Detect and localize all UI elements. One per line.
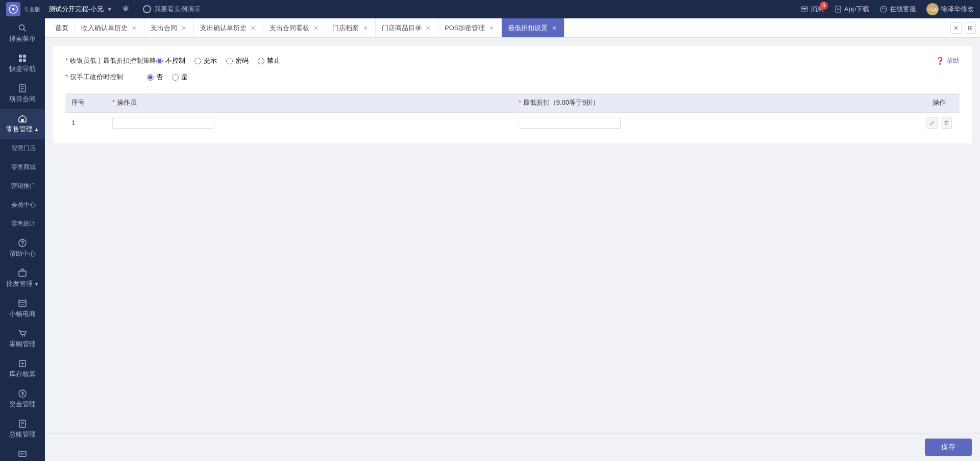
- online-service-btn[interactable]: 在线客服: [879, 5, 916, 14]
- sidebar-label-search: 搜索菜单: [9, 34, 36, 43]
- app-download-btn[interactable]: App下载: [834, 5, 869, 14]
- tab-payment-contract[interactable]: 支出合同 ✕: [144, 18, 194, 38]
- message-btn[interactable]: 消息 8: [800, 5, 824, 14]
- radio-no[interactable]: [147, 74, 154, 81]
- delete-row-btn-1[interactable]: [941, 117, 952, 129]
- sidebar-item-help-center[interactable]: 帮助中心: [0, 233, 45, 263]
- edit-row-btn-1[interactable]: [926, 117, 938, 129]
- th-action: 操作: [919, 93, 960, 112]
- tab-income-confirm[interactable]: 收入确认单历史 ✕: [75, 18, 144, 38]
- sidebar-item-marketing[interactable]: 营销推广: [0, 177, 45, 196]
- tab-payment-confirm-close[interactable]: ✕: [250, 25, 257, 32]
- settings-icon[interactable]: [120, 4, 131, 14]
- tab-payment-contract-label: 支出合同: [151, 23, 177, 33]
- project-name: 测试分开完程-小兄: [48, 5, 104, 14]
- sidebar-item-invoice[interactable]: 发票管理: [0, 444, 45, 461]
- sidebar-item-search[interactable]: 搜索菜单: [0, 18, 45, 48]
- option-no[interactable]: 否: [147, 72, 163, 82]
- app-download-label: App下载: [844, 5, 869, 14]
- radio-password[interactable]: [226, 58, 233, 64]
- tab-payment-board-close[interactable]: ✕: [312, 25, 320, 32]
- th-seq: 序号: [65, 93, 106, 112]
- top-bar-right: 消息 8 App下载 在线客服 TEa 徐泽华修改: [800, 3, 974, 15]
- tab-pos-password-label: POS加密管理: [445, 23, 485, 33]
- option-remind[interactable]: 提示: [194, 56, 217, 65]
- sidebar-label-capital: 资金管理: [9, 400, 36, 409]
- required-star-2: *: [65, 73, 68, 81]
- sidebar-item-shortcut[interactable]: 快捷导航: [0, 48, 45, 79]
- td-seq-1: 1: [65, 115, 106, 131]
- svg-point-15: [24, 335, 25, 336]
- tab-pos-password-close[interactable]: ✕: [488, 25, 495, 32]
- tab-min-discount-label: 最低折扣设置: [508, 23, 548, 33]
- svg-rect-6: [19, 59, 22, 62]
- tab-store-catalog-close[interactable]: ✕: [425, 25, 432, 32]
- sidebar-item-purchase[interactable]: 采购管理: [0, 324, 45, 354]
- svg-point-11: [22, 245, 23, 246]
- tab-pos-password[interactable]: POS加密管理 ✕: [438, 18, 502, 38]
- tab-payment-confirm[interactable]: 支出确认单历史 ✕: [194, 18, 263, 38]
- manual-control-options: 否 是: [147, 72, 188, 82]
- sidebar-item-project-contract[interactable]: 项目合同: [0, 79, 45, 109]
- tab-store-catalog[interactable]: 门店商品目录 ✕: [376, 18, 438, 38]
- sidebar-label-smart-store: 智慧门店: [11, 144, 36, 153]
- maximize-tab-btn[interactable]: ⊞: [965, 22, 976, 34]
- tab-payment-contract-close[interactable]: ✕: [180, 25, 187, 32]
- th-discount-required: *: [519, 99, 521, 106]
- sidebar-item-retail-mall[interactable]: 零售商城: [0, 158, 45, 177]
- sidebar-item-member-center[interactable]: 会员中心: [0, 196, 45, 214]
- td-action-1: [919, 113, 960, 133]
- option-forbid[interactable]: 禁止: [258, 56, 280, 65]
- svg-point-14: [22, 335, 23, 336]
- sidebar-item-retail-stats[interactable]: 零售统计: [0, 214, 45, 233]
- table-header: 序号 * 操作员 * 最低折扣（9.00等于9折） 操作: [65, 93, 960, 113]
- tab-store-profile[interactable]: 门店档案 ✕: [326, 18, 376, 38]
- tab-home[interactable]: 首页: [49, 18, 75, 38]
- radio-no-control[interactable]: [156, 58, 163, 64]
- sidebar-item-ecommerce[interactable]: 小畅电商: [0, 294, 45, 324]
- th-discount: * 最低折扣（9.00等于9折）: [512, 93, 919, 112]
- sidebar-label-help-center: 帮助中心: [9, 249, 36, 258]
- sidebar-label-ecommerce: 小畅电商: [9, 309, 36, 319]
- avatar: TEa: [926, 3, 939, 15]
- discount-input-1[interactable]: [519, 117, 621, 129]
- close-tab-btn[interactable]: ✕: [950, 22, 962, 34]
- radio-remind[interactable]: [194, 58, 201, 64]
- option-no-control[interactable]: 不控制: [156, 56, 185, 65]
- tab-store-profile-label: 门店档案: [332, 23, 359, 33]
- radio-forbid[interactable]: [258, 58, 264, 64]
- sidebar-item-retail-mgmt[interactable]: 零售管理 ▲: [0, 109, 45, 139]
- tab-store-profile-close[interactable]: ✕: [362, 25, 369, 32]
- td-operator-1[interactable]: [106, 113, 512, 133]
- tab-income-confirm-close[interactable]: ✕: [131, 25, 138, 32]
- td-discount-1[interactable]: [512, 113, 919, 133]
- tab-payment-board[interactable]: 支出合同看板 ✕: [263, 18, 326, 38]
- sidebar-item-accounting[interactable]: 总账管理: [0, 414, 45, 444]
- tabs-actions: ✕ ⊞: [950, 22, 976, 34]
- user-menu-btn[interactable]: TEa 徐泽华修改: [926, 3, 974, 15]
- page-footer: 保存: [45, 433, 980, 461]
- tab-min-discount[interactable]: 最低折扣设置 ✕: [502, 18, 565, 38]
- option-yes[interactable]: 是: [172, 72, 188, 82]
- demo-area[interactable]: 我要看实例演示: [143, 5, 201, 14]
- tab-home-label: 首页: [55, 23, 68, 33]
- save-button[interactable]: 保存: [925, 439, 972, 456]
- tab-payment-confirm-label: 支出确认单历史: [200, 23, 247, 33]
- sidebar-item-capital[interactable]: 资金管理: [0, 384, 45, 414]
- sidebar-item-inventory[interactable]: 库存核算: [0, 354, 45, 384]
- radio-yes[interactable]: [172, 74, 179, 81]
- sidebar-item-smart-store[interactable]: 智慧门店: [0, 139, 45, 158]
- svg-rect-9: [21, 119, 24, 122]
- sidebar-label-shortcut: 快捷导航: [9, 64, 36, 74]
- tabs-bar: 首页 收入确认单历史 ✕ 支出合同 ✕ 支出确认单历史 ✕ 支出合同看板 ✕ 门…: [45, 18, 980, 38]
- help-link[interactable]: ❓ 帮助: [936, 56, 960, 65]
- message-badge: 8: [820, 2, 828, 10]
- option-password[interactable]: 密码: [226, 56, 249, 65]
- settings-card: * 收银员低于最低折扣控制策略 不控制 提示: [53, 46, 972, 143]
- tab-min-discount-close[interactable]: ✕: [551, 25, 558, 32]
- project-selector[interactable]: 测试分开完程-小兄 ▼: [48, 5, 112, 14]
- sidebar-item-wholesale[interactable]: 批发管理 ▼: [0, 263, 45, 294]
- content-area: 首页 收入确认单历史 ✕ 支出合同 ✕ 支出确认单历史 ✕ 支出合同看板 ✕ 门…: [45, 18, 980, 461]
- operator-input-1[interactable]: [112, 117, 214, 129]
- svg-rect-7: [23, 59, 26, 62]
